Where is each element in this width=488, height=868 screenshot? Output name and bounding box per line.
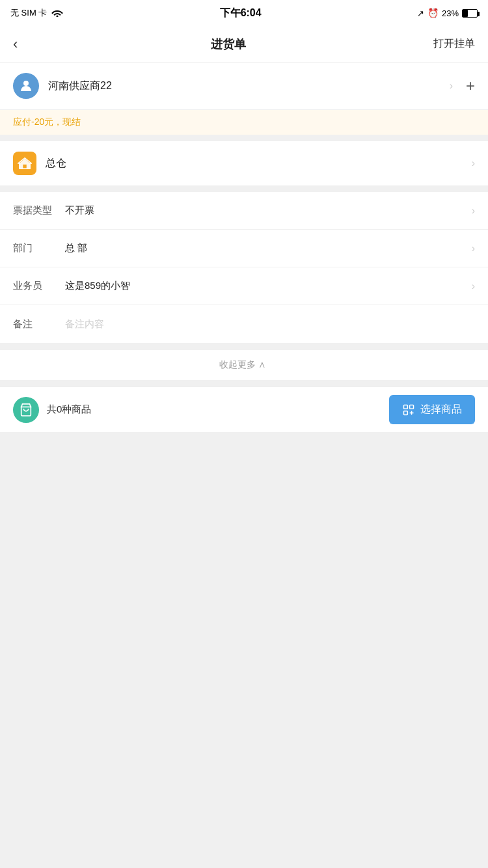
salesman-value: 这是859的小智 <box>65 280 467 292</box>
battery-icon <box>462 9 478 18</box>
wifi-icon <box>51 8 64 19</box>
svg-rect-3 <box>404 405 408 409</box>
warehouse-icon <box>13 152 36 175</box>
remark-placeholder: 备注内容 <box>65 318 475 331</box>
notice-banner: 应付-20元，现结 <box>0 110 488 135</box>
supplier-row[interactable]: 河南供应商22 › + <box>0 62 488 110</box>
location-icon: ↗ <box>417 8 424 18</box>
department-chevron-icon: › <box>472 243 475 254</box>
back-button[interactable]: ‹ <box>13 33 23 55</box>
department-row[interactable]: 部门 总 部 › <box>0 230 488 267</box>
select-product-button[interactable]: 选择商品 <box>389 395 475 424</box>
nav-bar: ‹ 进货单 打开挂单 <box>0 26 488 62</box>
collapse-section: 收起更多 ∧ <box>0 349 488 380</box>
add-supplier-button[interactable]: + <box>466 77 475 95</box>
content-area: 河南供应商22 › + 应付-20元，现结 总仓 › <box>0 62 488 640</box>
page-title: 进货单 <box>211 36 246 52</box>
invoice-label: 票据类型 <box>13 204 65 217</box>
bottom-bar: 共0种商品 选择商品 <box>0 387 488 432</box>
status-left: 无 SIM 卡 <box>10 7 64 19</box>
open-pending-button[interactable]: 打开挂单 <box>433 37 475 51</box>
invoice-value: 不开票 <box>65 204 467 217</box>
salesman-label: 业务员 <box>13 280 65 292</box>
collapse-button[interactable]: 收起更多 ∧ <box>0 349 488 380</box>
alarm-icon: ⏰ <box>427 8 439 18</box>
form-section: 票据类型 不开票 › 部门 总 部 › 业务员 这是859的小智 › 备注 备注… <box>0 192 488 343</box>
svg-rect-5 <box>404 411 408 414</box>
supplier-section: 河南供应商22 › + 应付-20元，现结 <box>0 62 488 135</box>
battery-text: 23% <box>442 8 459 18</box>
remark-label: 备注 <box>13 318 65 331</box>
status-bar: 无 SIM 卡 下午6:04 ↗ ⏰ 23% <box>0 0 488 26</box>
warehouse-name: 总仓 <box>46 157 472 170</box>
gray-area <box>0 432 488 640</box>
svg-rect-1 <box>23 165 27 169</box>
no-sim-text: 无 SIM 卡 <box>10 7 47 19</box>
collapse-label: 收起更多 ∧ <box>219 359 266 371</box>
salesman-chevron-icon: › <box>472 280 475 292</box>
salesman-row[interactable]: 业务员 这是859的小智 › <box>0 267 488 305</box>
department-label: 部门 <box>13 242 65 254</box>
supplier-name: 河南供应商22 <box>48 79 450 93</box>
warehouse-section: 总仓 › <box>0 141 488 185</box>
warehouse-row[interactable]: 总仓 › <box>0 141 488 185</box>
supplier-chevron-icon: › <box>450 80 453 92</box>
invoice-chevron-icon: › <box>472 205 475 217</box>
supplier-row-actions: › + <box>450 77 475 95</box>
status-time: 下午6:04 <box>220 7 262 20</box>
select-btn-label: 选择商品 <box>420 403 462 416</box>
notice-text: 应付-20元，现结 <box>13 116 81 127</box>
product-count: 共0种商品 <box>47 403 389 416</box>
status-right: ↗ ⏰ 23% <box>417 8 478 18</box>
svg-rect-4 <box>410 405 414 409</box>
warehouse-chevron-icon: › <box>472 157 475 169</box>
invoice-row[interactable]: 票据类型 不开票 › <box>0 192 488 230</box>
department-value: 总 部 <box>65 242 467 254</box>
remark-row[interactable]: 备注 备注内容 <box>0 305 488 343</box>
product-icon <box>13 397 39 423</box>
supplier-avatar <box>13 73 39 99</box>
svg-point-0 <box>23 81 29 86</box>
